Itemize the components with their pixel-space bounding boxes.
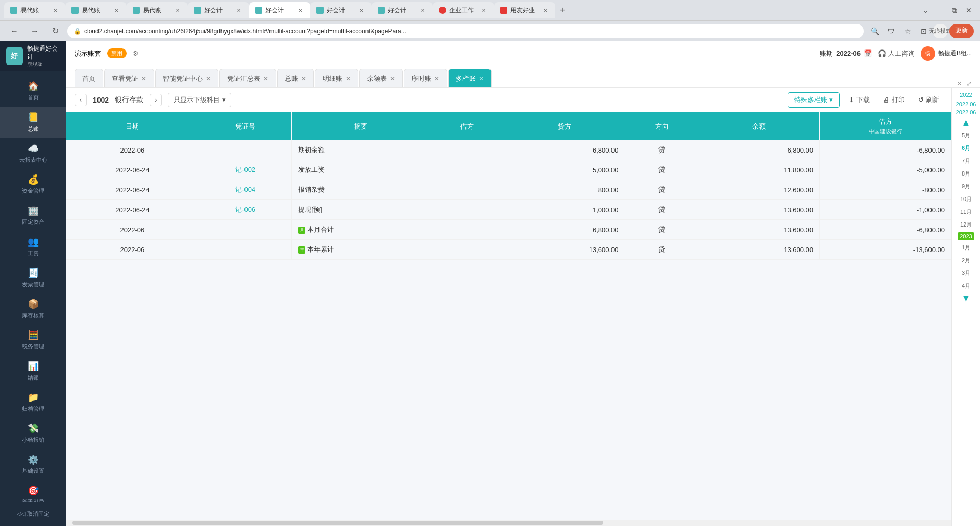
tab-close-9[interactable]: ✕: [541, 6, 549, 14]
timeline-mar-2023[interactable]: 3月: [952, 267, 980, 280]
sidebar-item-inventory[interactable]: 📦 库存核算: [0, 293, 66, 324]
minimize-panel-btn[interactable]: ✕: [957, 80, 962, 87]
sidebar-item-salary[interactable]: 👥 工资: [0, 231, 66, 262]
filter-subcategory-btn[interactable]: 只显示下级科目 ▾: [168, 93, 231, 107]
scroll-thumb[interactable]: [72, 521, 603, 525]
tab-detail-ledger[interactable]: 明细账 ✕: [315, 69, 358, 87]
sidebar-item-cloud-report[interactable]: ☁️ 云报表中心: [0, 138, 66, 169]
print-btn[interactable]: 🖨 打印: [879, 93, 909, 107]
sidebar-item-fund[interactable]: 💰 资金管理: [0, 169, 66, 200]
timeline-june[interactable]: 6月: [952, 142, 980, 155]
browser-tab-5[interactable]: 好会计 ✕: [249, 2, 310, 18]
timeline-down-arrow[interactable]: ▼: [961, 292, 972, 305]
shield-icon[interactable]: 🛡: [884, 24, 898, 38]
consult-button[interactable]: 🎧 人工咨询: [878, 49, 915, 58]
sidebar-item-expense[interactable]: 💸 小畅报销: [0, 418, 66, 449]
timeline-apr-2023[interactable]: 4月: [952, 280, 980, 292]
minimize-btn[interactable]: —: [933, 3, 947, 17]
tab-label-3: 易代账: [143, 6, 170, 15]
maximize-panel-btn[interactable]: ⤢: [966, 80, 972, 87]
browser-tab-9[interactable]: 用友好业 ✕: [494, 2, 555, 18]
sidebar-item-archive[interactable]: 📁 归档管理: [0, 387, 66, 418]
tab-close-3[interactable]: ✕: [174, 6, 182, 14]
sidebar-item-home[interactable]: 🏠 首页: [0, 76, 66, 107]
tab-sequence-ledger[interactable]: 序时账 ✕: [404, 69, 447, 87]
browser-tab-4[interactable]: 好会计 ✕: [188, 2, 249, 18]
tab-label-1: 易代账: [20, 6, 48, 15]
tab-view-voucher-close[interactable]: ✕: [141, 75, 146, 82]
timeline-feb-2023[interactable]: 2月: [952, 254, 980, 267]
refresh-nav-btn[interactable]: ↻: [47, 23, 63, 39]
tab-multi-column[interactable]: 多栏账 ✕: [448, 69, 492, 87]
unpin-button[interactable]: ◁◁ 取消固定: [0, 506, 66, 522]
browser-tab-2[interactable]: 易代账 ✕: [65, 2, 127, 18]
timeline-december[interactable]: 12月: [952, 218, 980, 231]
timeline-up-arrow[interactable]: ▲: [961, 116, 972, 129]
timeline-november[interactable]: 11月: [952, 206, 980, 218]
new-tab-button[interactable]: +: [555, 3, 570, 17]
wuhen-btn[interactable]: 无痕模式: [933, 24, 947, 38]
tab-list-btn[interactable]: ⌄: [919, 3, 933, 17]
forward-btn[interactable]: →: [27, 23, 43, 39]
tab-close-1[interactable]: ✕: [51, 6, 59, 14]
sidebar-item-tax[interactable]: 🧮 税务管理: [0, 324, 66, 356]
sidebar-item-invoice[interactable]: 🧾 发票管理: [0, 262, 66, 293]
next-account-btn[interactable]: ›: [150, 94, 162, 106]
voucher-link-002[interactable]: 记-002: [235, 166, 255, 173]
browser-tab-8[interactable]: 企业工作 ✕: [433, 2, 494, 18]
address-bar[interactable]: 🔒 cloud2.chanjet.com/accounting/uh26t264…: [67, 24, 864, 38]
tab-view-voucher[interactable]: 查看凭证 ✕: [104, 69, 154, 87]
timeline-october[interactable]: 10月: [952, 193, 980, 206]
restore-btn[interactable]: ⧉: [947, 3, 962, 17]
tab-detail-ledger-close[interactable]: ✕: [346, 75, 351, 82]
star-icon[interactable]: ☆: [900, 24, 915, 38]
timeline-2022-06[interactable]: 2022.06: [952, 100, 980, 108]
tab-close-2[interactable]: ✕: [112, 6, 120, 14]
update-button[interactable]: 更新: [949, 24, 974, 38]
tab-close-8[interactable]: ✕: [480, 6, 488, 14]
browser-tab-1[interactable]: 易代账 ✕: [4, 2, 65, 18]
timeline-2022-06-2[interactable]: 2022.06: [952, 108, 980, 116]
special-multi-account-btn[interactable]: 特殊多栏账 ▾: [788, 92, 840, 108]
row-tag-monthly: 月: [298, 227, 305, 234]
timeline-august[interactable]: 8月: [952, 167, 980, 180]
settings-gear-icon[interactable]: ⚙: [133, 49, 139, 57]
timeline-september[interactable]: 9月: [952, 180, 980, 193]
timeline-may[interactable]: 5月: [952, 129, 980, 142]
sidebar-item-ledger[interactable]: 📒 总账: [0, 107, 66, 138]
tab-close-4[interactable]: ✕: [235, 6, 243, 14]
tab-smart-voucher-close[interactable]: ✕: [206, 75, 211, 82]
refresh-btn[interactable]: ↺ 刷新: [914, 93, 943, 107]
horizontal-scrollbar[interactable]: [66, 520, 951, 526]
tab-close-5[interactable]: ✕: [296, 6, 304, 14]
browser-tab-7[interactable]: 好会计 ✕: [372, 2, 433, 18]
tab-balance[interactable]: 余额表 ✕: [359, 69, 403, 87]
timeline-july[interactable]: 7月: [952, 155, 980, 167]
tab-close-7[interactable]: ✕: [419, 6, 427, 14]
prev-account-btn[interactable]: ‹: [75, 94, 87, 106]
voucher-link-004[interactable]: 记-004: [235, 186, 255, 193]
browser-tab-6[interactable]: 好会计 ✕: [310, 2, 372, 18]
download-btn[interactable]: ⬇ 下载: [845, 93, 874, 107]
search-icon[interactable]: 🔍: [868, 24, 882, 38]
tab-sequence-ledger-close[interactable]: ✕: [434, 75, 439, 82]
voucher-link-006[interactable]: 记-006: [235, 206, 255, 213]
tab-home[interactable]: 首页: [75, 69, 103, 87]
back-btn[interactable]: ←: [6, 23, 22, 39]
sidebar-item-fixed-assets[interactable]: 🏢 固定资产: [0, 200, 66, 231]
tab-close-6[interactable]: ✕: [357, 6, 365, 14]
tab-balance-close[interactable]: ✕: [390, 75, 395, 82]
sidebar-item-settings[interactable]: ⚙️ 基础设置: [0, 449, 66, 480]
tab-multi-column-close[interactable]: ✕: [479, 75, 484, 82]
tab-general-ledger[interactable]: 总账 ✕: [277, 69, 314, 87]
tab-general-ledger-close[interactable]: ✕: [301, 75, 306, 82]
tab-smart-voucher[interactable]: 智能凭证中心 ✕: [155, 69, 218, 87]
sidebar-item-guide[interactable]: 🎯 新手引导: [0, 480, 66, 502]
close-btn[interactable]: ✕: [962, 3, 976, 17]
browser-tab-3[interactable]: 易代账 ✕: [127, 2, 188, 18]
timeline-jan-2023[interactable]: 1月: [952, 241, 980, 254]
tab-voucher-summary[interactable]: 凭证汇总表 ✕: [219, 69, 276, 87]
tab-voucher-summary-close[interactable]: ✕: [263, 75, 268, 82]
sidebar-item-close-accounts[interactable]: 📊 结账: [0, 356, 66, 387]
calendar-icon[interactable]: 📅: [864, 49, 872, 57]
